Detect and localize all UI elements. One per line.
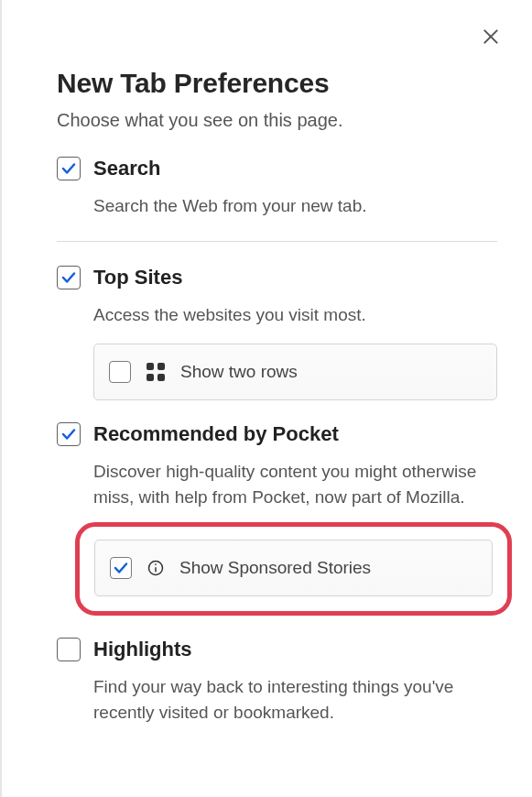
spacer [33,400,497,422]
pocket-desc: Discover high-quality content you might … [93,459,497,509]
section-search: Search Search the Web from your new tab. [57,157,497,219]
sponsored-stories-setting: Show Sponsored Stories [94,540,493,596]
search-desc: Search the Web from your new tab. [93,193,497,219]
top-sites-rows-setting: Show two rows [93,344,497,400]
search-checkbox[interactable] [57,157,81,180]
svg-point-4 [155,563,157,565]
page-subtitle: Choose what you see on this page. [57,110,497,131]
sponsored-highlight-frame: Show Sponsored Stories [75,522,512,616]
search-title: Search [93,157,497,180]
highlights-title: Highlights [93,638,497,661]
divider [57,241,497,242]
close-button[interactable] [477,24,505,51]
highlights-desc: Find your way back to interesting things… [93,674,497,725]
top-sites-checkbox[interactable] [57,266,81,289]
section-top-sites: Top Sites Access the websites you visit … [57,266,497,401]
new-tab-preferences-panel: New Tab Preferences Choose what you see … [0,0,532,797]
pocket-checkbox[interactable] [57,422,81,446]
info-icon[interactable] [147,559,165,577]
top-sites-title: Top Sites [93,266,497,289]
sponsored-stories-checkbox[interactable] [110,557,132,579]
pocket-title: Recommended by Pocket [93,422,497,446]
spacer [33,616,497,638]
close-icon [482,27,500,49]
top-sites-desc: Access the websites you visit most. [93,302,497,328]
highlights-checkbox[interactable] [57,638,81,661]
section-pocket: Recommended by Pocket Discover high-qual… [57,422,497,616]
page-title: New Tab Preferences [57,68,497,99]
show-two-rows-checkbox[interactable] [109,361,131,383]
grid-icon [146,362,166,382]
section-highlights: Highlights Find your way back to interes… [57,638,497,725]
sponsored-stories-label: Show Sponsored Stories [179,558,371,578]
show-two-rows-label: Show two rows [180,362,298,382]
